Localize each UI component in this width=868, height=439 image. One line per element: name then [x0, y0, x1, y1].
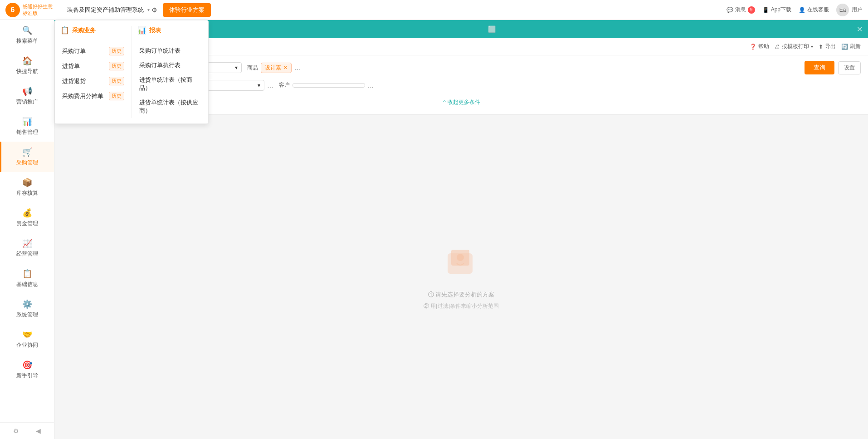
user-btn[interactable]: Ea 用户: [836, 4, 863, 16]
dropdown-item-order-stat[interactable]: 采购订单统计表: [137, 44, 203, 58]
system-name: 装备及固定资产辅助管理系统: [67, 6, 144, 14]
dropdown-item-cost[interactable]: 采购费用分摊单 历史: [60, 89, 126, 104]
report-col-title: 📊 报表: [137, 26, 203, 38]
avatar: Ea: [836, 4, 849, 16]
dropdown-item-inbound-stat-product[interactable]: 进货单统计表（按商品）: [137, 73, 203, 95]
topbar-system: 装备及固定资产辅助管理系统 ▾ ⚙: [67, 6, 157, 14]
dropdown-item-inbound[interactable]: 进货单 历史: [60, 59, 126, 74]
system-dropdown-arrow[interactable]: ▾: [147, 7, 150, 12]
online-service-btn[interactable]: 👤 在线客服: [799, 6, 829, 14]
logo: 6 畅通好好生意 标准版: [5, 3, 60, 17]
topbar-actions: 💬 消息 9 📱 App下载 👤 在线客服 Ea 用户: [727, 4, 863, 16]
app-download-btn[interactable]: 📱 App下载: [762, 6, 791, 14]
dropdown-item-order-exec[interactable]: 采购订单执行表: [137, 58, 203, 73]
cost-history-badge: 历史: [109, 92, 124, 100]
headset-icon: 👤: [799, 7, 805, 13]
phone-icon: 📱: [762, 7, 769, 13]
system-gear-icon[interactable]: ⚙: [151, 6, 157, 14]
purchase-col-icon: 📋: [60, 26, 69, 35]
report-col-icon: 📊: [137, 26, 146, 35]
message-icon: 💬: [727, 7, 733, 13]
industry-btn[interactable]: 体验行业方案: [163, 3, 211, 17]
dropdown-item-inbound-stat-supplier[interactable]: 进货单统计表（按供应商）: [137, 95, 203, 118]
message-btn[interactable]: 💬 消息 9: [727, 6, 755, 14]
purchase-col-title: 📋 采购业务: [60, 26, 126, 38]
return-history-badge: 历史: [109, 77, 124, 85]
dropdown-item-purchase-order[interactable]: 采购订单 历史: [60, 44, 126, 59]
purchase-dropdown-menu: 📋 采购业务 采购订单 历史 进货单 历史 进货退货 历史 采购费用分摊单 历史: [54, 20, 209, 124]
logo-icon: 6: [5, 3, 20, 17]
purchase-col: 📋 采购业务 采购订单 历史 进货单 历史 进货退货 历史 采购费用分摊单 历史: [60, 26, 126, 118]
topbar: 6 畅通好好生意 标准版 装备及固定资产辅助管理系统 ▾ ⚙ 体验行业方案 💬 …: [0, 0, 868, 20]
purchase-order-history-badge: 历史: [109, 47, 124, 55]
logo-text: 畅通好好生意 标准版: [23, 3, 53, 16]
dropdown-divider: [132, 26, 132, 118]
report-col: 📊 报表 采购订单统计表 采购订单执行表 进货单统计表（按商品） 进货单统计表（…: [137, 26, 203, 118]
inbound-history-badge: 历史: [109, 62, 124, 70]
dropdown-item-return[interactable]: 进货退货 历史: [60, 74, 126, 89]
dropdown-columns: 📋 采购业务 采购订单 历史 进货单 历史 进货退货 历史 采购费用分摊单 历史: [60, 26, 203, 118]
message-badge: 9: [748, 6, 755, 14]
